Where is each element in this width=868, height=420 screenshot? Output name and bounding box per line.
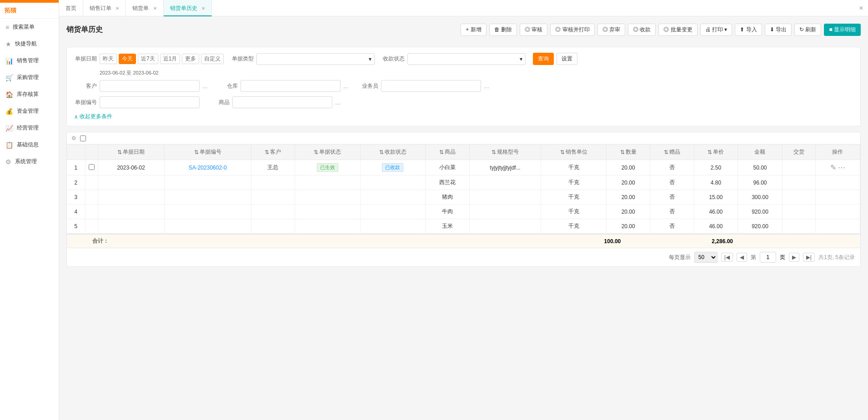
- prev-page-button[interactable]: ◀: [737, 253, 747, 262]
- warehouse-label: 仓库: [215, 82, 238, 90]
- table-row: 1 2023-06-02 SA-20230602-0 王总 已生效 已收款 小白…: [67, 160, 860, 175]
- date-today[interactable]: 今天: [119, 54, 136, 64]
- next-page-button[interactable]: ▶: [789, 253, 799, 262]
- tab-close-icon[interactable]: ✕: [153, 6, 157, 11]
- customer-input[interactable]: [100, 80, 200, 92]
- th-unit[interactable]: ⇅ 销售单位: [541, 145, 607, 160]
- tab-close-all[interactable]: ✕: [854, 5, 868, 11]
- th-goods[interactable]: ⇅ 商品: [426, 145, 469, 160]
- date-yesterday[interactable]: 昨天: [100, 54, 117, 64]
- summary-amount: 2,286.00: [712, 238, 733, 245]
- export-button[interactable]: ⬇ 导出: [765, 24, 792, 36]
- more-icon[interactable]: ⋯: [838, 164, 845, 171]
- customer-more-icon[interactable]: ...: [202, 82, 208, 90]
- query-button[interactable]: 查询: [533, 53, 554, 65]
- tab-sales-history[interactable]: 销货单历史 ✕: [164, 0, 212, 16]
- sidebar-item-finance-mgmt[interactable]: 💰 资金管理: [0, 103, 59, 120]
- delete-button[interactable]: 🗑 删除: [489, 24, 517, 36]
- abandon-button[interactable]: ◎ 弃审: [597, 24, 625, 36]
- table-settings-icon[interactable]: ⚙: [71, 135, 76, 141]
- doc-type-select[interactable]: ▾: [256, 53, 375, 65]
- salesperson-more-icon[interactable]: ...: [484, 82, 489, 90]
- cell-doc-date: [98, 205, 164, 219]
- cell-doc-no: [164, 190, 251, 205]
- sidebar-item-ops-mgmt[interactable]: 📈 经营管理: [0, 120, 59, 136]
- sidebar-item-search-menu[interactable]: ≡ 搜索菜单: [0, 19, 59, 35]
- tab-home[interactable]: 首页: [59, 0, 83, 16]
- goods-more-icon[interactable]: ...: [335, 99, 341, 106]
- goods-input[interactable]: [232, 96, 332, 108]
- cell-customer: [251, 219, 295, 234]
- filter-row-1: 单据日期 昨天 今天 近7天 近1月 更多 自定义 单据类型 ▾: [74, 53, 853, 65]
- th-doc-no[interactable]: ⇅ 单据编号: [164, 145, 251, 160]
- payment-status-select[interactable]: ▾: [407, 53, 526, 65]
- cell-customer: [251, 190, 295, 205]
- warehouse-input[interactable]: [241, 80, 341, 92]
- salesperson-input[interactable]: [381, 80, 481, 92]
- cell-customer: 王总: [251, 160, 295, 175]
- collect-button[interactable]: ◎ 收款: [628, 24, 656, 36]
- sidebar-item-basic-info[interactable]: 📋 基础信息: [0, 136, 59, 153]
- th-doc-status[interactable]: ⇅ 单据状态: [295, 145, 361, 160]
- edit-icon[interactable]: ✎: [830, 164, 836, 171]
- audit-print-button[interactable]: ◎ 审核并打印: [550, 24, 594, 36]
- th-payment-status[interactable]: ⇅ 收款状态: [360, 145, 426, 160]
- warehouse-more-icon[interactable]: ...: [343, 82, 349, 90]
- page-number-input[interactable]: [760, 252, 776, 263]
- sidebar-item-label: 销售管理: [17, 57, 39, 65]
- sidebar-item-inventory[interactable]: 🏠 库存核算: [0, 86, 59, 103]
- sidebar-item-sys-mgmt[interactable]: ⚙ 系统管理: [0, 153, 59, 170]
- cell-spec: [469, 175, 541, 190]
- import-button[interactable]: ⬆ 导入: [735, 24, 762, 36]
- date-last7[interactable]: 近7天: [138, 54, 158, 64]
- date-custom[interactable]: 自定义: [201, 54, 224, 64]
- date-more[interactable]: 更多: [182, 54, 199, 64]
- th-gift[interactable]: ⇅ 赠品: [650, 145, 694, 160]
- tab-sales-order[interactable]: 销售订单 ✕: [83, 0, 126, 16]
- cell-action: [815, 205, 860, 219]
- customer-label: 客户: [74, 82, 97, 90]
- th-customer[interactable]: ⇅ 客户: [251, 145, 295, 160]
- cell-unit: 千克: [541, 205, 607, 219]
- refresh-button[interactable]: ↻ 刷新: [794, 24, 821, 36]
- print-button[interactable]: 🖨 打印 ▾: [700, 24, 733, 36]
- audit-button[interactable]: ◎ 审核: [520, 24, 547, 36]
- last-page-button[interactable]: ▶|: [803, 253, 815, 262]
- th-spec[interactable]: ⇅ 规格型号: [469, 145, 541, 160]
- cell-row-num: 5: [67, 219, 85, 234]
- cell-gift: 否: [650, 175, 694, 190]
- cell-spec: tyjyjtyjjtyjdf...: [469, 160, 541, 175]
- page-unit-label: 页: [780, 254, 785, 261]
- finance-mgmt-icon: 💰: [5, 108, 13, 115]
- cell-checkbox: [85, 175, 98, 190]
- filter-section: 单据日期 昨天 今天 近7天 近1月 更多 自定义 单据类型 ▾: [66, 47, 861, 126]
- sidebar-item-quick-nav[interactable]: ★ 快捷导航: [0, 35, 59, 52]
- page-size-select[interactable]: 50 100 200: [694, 252, 717, 263]
- tab-sales-goods[interactable]: 销货单 ✕: [126, 0, 163, 16]
- sidebar-item-purchase-mgmt[interactable]: 🛒 采购管理: [0, 69, 59, 86]
- row-checkbox[interactable]: [89, 164, 95, 170]
- sort-icon: ⇅: [439, 149, 444, 155]
- inventory-icon: 🏠: [5, 91, 13, 98]
- tab-close-icon[interactable]: ✕: [201, 6, 205, 11]
- settings-button[interactable]: 设置: [557, 53, 577, 65]
- show-detail-button[interactable]: ■ 显示明细: [824, 24, 861, 36]
- table-row: 3 猪肉 千克 20.00 否 15.00 300.00: [67, 190, 860, 205]
- cell-checkbox: [85, 219, 98, 234]
- th-price[interactable]: ⇅ 单价: [694, 145, 738, 160]
- date-last1m[interactable]: 近1月: [160, 54, 181, 64]
- cell-unit: 千克: [541, 175, 607, 190]
- doc-no-label: 单据编号: [74, 99, 97, 106]
- first-page-button[interactable]: |◀: [721, 253, 733, 262]
- batch-change-button[interactable]: ◎ 批量变更: [658, 24, 697, 36]
- select-all-checkbox[interactable]: [80, 135, 86, 141]
- tab-label: 销货单: [132, 5, 149, 11]
- sidebar-item-sales-mgmt[interactable]: 📊 销售管理: [0, 52, 59, 69]
- collapse-button[interactable]: ∧ 收起更多条件: [74, 113, 853, 120]
- th-qty[interactable]: ⇅ 数量: [607, 145, 650, 160]
- date-buttons: 昨天 今天 近7天 近1月 更多 自定义: [100, 54, 224, 64]
- new-button[interactable]: + 新增: [461, 24, 486, 36]
- th-doc-date[interactable]: ⇅ 单据日期: [98, 145, 164, 160]
- doc-no-input[interactable]: [100, 96, 200, 108]
- tab-close-icon[interactable]: ✕: [115, 6, 119, 11]
